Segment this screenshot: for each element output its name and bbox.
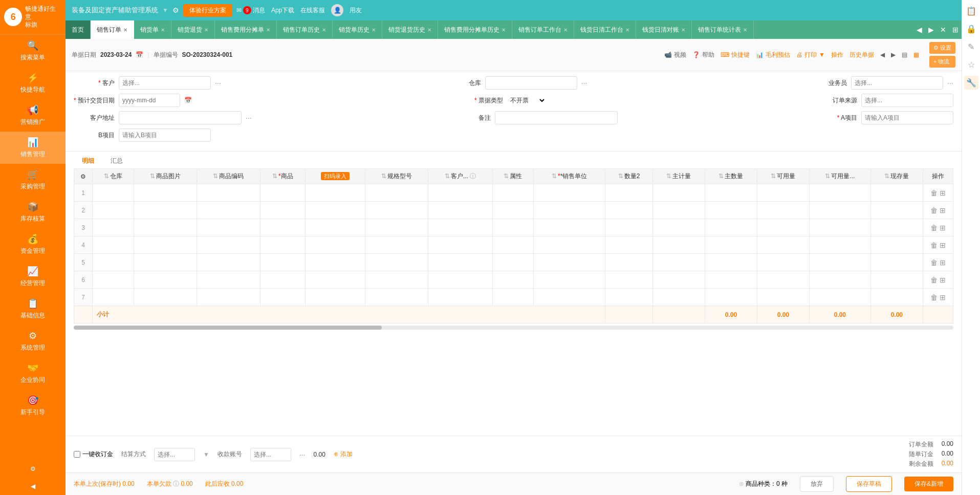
row-5-warehouse[interactable]: [93, 254, 134, 271]
quick-order-input[interactable]: [74, 451, 80, 458]
tab-sales-return[interactable]: 销货退货 ✕: [171, 20, 215, 39]
row-3-avail2[interactable]: [809, 219, 870, 236]
th-image[interactable]: ⇅商品图片: [134, 169, 197, 184]
row-7-qty2[interactable]: [605, 289, 653, 306]
tab-close-fee-split[interactable]: ✕: [266, 27, 270, 33]
row-1-main-unit[interactable]: [652, 184, 705, 202]
row-1-delete-icon[interactable]: 🗑: [930, 189, 938, 197]
row-7-avail2[interactable]: [809, 289, 870, 306]
row-1-customer-code[interactable]: [428, 184, 492, 202]
abandon-button[interactable]: 放弃: [800, 476, 834, 492]
row-4-avail2[interactable]: [809, 236, 870, 254]
sidebar-item-enterprise[interactable]: 🤝 企业协同: [0, 357, 66, 390]
sidebar-item-marketing[interactable]: 📢 营销推广: [0, 99, 66, 132]
th-warehouse[interactable]: ⇅仓库: [93, 169, 134, 184]
tab-close-order-history[interactable]: ✕: [322, 27, 326, 33]
sidebar-item-system[interactable]: ⚙ 系统管理: [0, 325, 66, 357]
row-5-unit[interactable]: [534, 254, 605, 271]
row-3-stock[interactable]: [870, 219, 923, 236]
row-7-code[interactable]: [197, 289, 260, 306]
row-3-attr[interactable]: [492, 219, 534, 236]
row-2-stock[interactable]: [870, 202, 923, 219]
tab-fee-history[interactable]: 销售费用分摊单历史 ✕: [438, 20, 512, 39]
row-3-main-qty[interactable]: [705, 219, 757, 236]
help-btn[interactable]: ❓ 帮助: [692, 51, 714, 59]
tab-next-btn[interactable]: ▶: [925, 26, 937, 34]
row-4-copy-icon[interactable]: ⊞: [940, 241, 946, 249]
row-5-avail2[interactable]: [809, 254, 870, 271]
prev-record-btn[interactable]: ◀: [880, 51, 885, 58]
row-7-scan[interactable]: [306, 289, 365, 306]
shortcut-btn[interactable]: ⌨ 快捷键: [721, 51, 750, 59]
next-record-btn[interactable]: ▶: [891, 51, 896, 58]
row-1-avail[interactable]: [757, 184, 809, 202]
industry-btn[interactable]: 体验行业方案: [183, 4, 232, 17]
warehouse-input[interactable]: 成品库: [485, 76, 577, 90]
row-5-qty2[interactable]: [605, 254, 653, 271]
sidebar-collapse-btn[interactable]: ◀: [0, 478, 66, 495]
th-unit[interactable]: ⇅**销售单位: [534, 169, 605, 184]
tab-close-order-stats[interactable]: ✕: [743, 27, 747, 33]
row-5-product[interactable]: [260, 254, 306, 271]
customer-more-btn[interactable]: ···: [215, 79, 221, 87]
th-code[interactable]: ⇅商品编码: [197, 169, 260, 184]
row-4-unit[interactable]: [534, 236, 605, 254]
col-settings-icon[interactable]: ⚙: [80, 173, 86, 180]
layout-split-btn[interactable]: ▦: [913, 51, 919, 58]
row-4-image[interactable]: [134, 236, 197, 254]
row-3-image[interactable]: [134, 219, 197, 236]
right-star-icon[interactable]: ☆: [966, 58, 977, 72]
row-1-copy-icon[interactable]: ⊞: [940, 189, 946, 197]
sidebar-item-search[interactable]: 🔍 搜索菜单: [0, 35, 66, 67]
row-1-unit[interactable]: [534, 184, 605, 202]
layout-grid-btn[interactable]: ▤: [902, 51, 907, 58]
row-2-avail2[interactable]: [809, 202, 870, 219]
row-2-copy-icon[interactable]: ⊞: [940, 206, 946, 214]
row-4-code[interactable]: [197, 236, 260, 254]
row-2-image[interactable]: [134, 202, 197, 219]
tab-prev-btn[interactable]: ◀: [913, 26, 925, 34]
row-4-warehouse[interactable]: [93, 236, 134, 254]
row-3-avail[interactable]: [757, 219, 809, 236]
b-project-input[interactable]: [119, 128, 211, 142]
address-more-btn[interactable]: ···: [246, 114, 252, 122]
row-2-warehouse[interactable]: [93, 202, 134, 219]
th-attr[interactable]: ⇅属性: [492, 169, 534, 184]
account-input[interactable]: [250, 448, 291, 461]
tab-order-workbench[interactable]: 销售订单工作台 ✕: [512, 20, 574, 39]
row-1-attr[interactable]: [492, 184, 534, 202]
tab-close-invoice-history[interactable]: ✕: [372, 27, 376, 33]
delivery-input[interactable]: [119, 94, 180, 107]
sidebar-item-inventory[interactable]: 📦 库存核算: [0, 196, 66, 228]
sidebar-item-purchase[interactable]: 🛒 采购管理: [0, 164, 66, 196]
row-6-delete-icon[interactable]: 🗑: [930, 276, 938, 284]
row-7-stock[interactable]: [870, 289, 923, 306]
row-3-product[interactable]: [260, 219, 306, 236]
row-7-image[interactable]: [134, 289, 197, 306]
row-6-image[interactable]: [134, 271, 197, 289]
th-qty2[interactable]: ⇅数量2: [605, 169, 653, 184]
order-source-input[interactable]: [861, 94, 953, 107]
tab-close-daily-workbench[interactable]: ✕: [625, 27, 629, 33]
right-edit-icon[interactable]: ✎: [966, 40, 976, 54]
row-3-scan[interactable]: [306, 219, 365, 236]
row-2-delete-icon[interactable]: 🗑: [930, 206, 938, 214]
row-2-unit[interactable]: [534, 202, 605, 219]
row-4-spec[interactable]: [365, 236, 428, 254]
row-6-qty2[interactable]: [605, 271, 653, 289]
delivery-calendar-icon[interactable]: 📅: [184, 97, 192, 104]
row-5-spec[interactable]: [365, 254, 428, 271]
customer-input[interactable]: [119, 76, 211, 90]
row-7-main-qty[interactable]: [705, 289, 757, 306]
operate-btn[interactable]: 操作: [831, 51, 843, 59]
row-5-main-unit[interactable]: [652, 254, 705, 271]
row-2-qty2[interactable]: [605, 202, 653, 219]
row-1-code[interactable]: [197, 184, 260, 202]
profit-btn[interactable]: 📊 毛利预估: [756, 51, 790, 59]
row-6-main-qty[interactable]: [705, 271, 757, 289]
row-6-customer-code[interactable]: [428, 271, 492, 289]
row-1-qty2[interactable]: [605, 184, 653, 202]
a-project-input[interactable]: [861, 111, 953, 124]
row-6-main-unit[interactable]: [652, 271, 705, 289]
row-7-spec[interactable]: [365, 289, 428, 306]
